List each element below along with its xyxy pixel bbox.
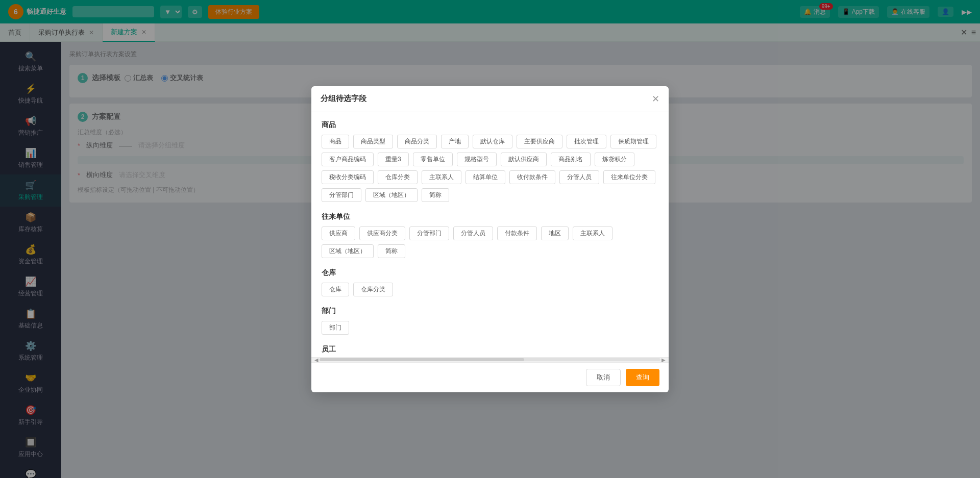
- modal-hscroll[interactable]: ◀ ▶: [311, 357, 669, 362]
- modal-body[interactable]: 商品 商品 商品类型 商品分类 产地 默认仓库 主要供应商 批次管理 保质期管理…: [311, 112, 669, 357]
- field-tag-warehouse-1[interactable]: 仓库: [322, 283, 349, 296]
- field-tag-goods-15[interactable]: 炼货积分: [595, 153, 634, 166]
- field-tag-warehouse-2[interactable]: 仓库分类: [353, 283, 393, 296]
- field-tags-warehouse: 仓库 仓库分类: [322, 283, 658, 296]
- field-tag-goods-17[interactable]: 仓库分类: [378, 170, 418, 184]
- field-tag-goods-12[interactable]: 规格型号: [457, 153, 497, 166]
- field-tag-goods-10[interactable]: 重量3: [378, 153, 409, 166]
- field-tag-goods-14[interactable]: 商品别名: [551, 153, 591, 166]
- field-tag-goods-7[interactable]: 批次管理: [567, 135, 606, 148]
- field-tag-goods-16[interactable]: 税收分类编码: [322, 170, 374, 184]
- modal-footer: 取消 查询: [311, 362, 669, 392]
- field-tag-goods-19[interactable]: 结算单位: [465, 170, 505, 184]
- field-group-goods-title: 商品: [322, 120, 658, 130]
- field-tag-department-1[interactable]: 部门: [322, 321, 349, 335]
- field-tags-partner: 供应商 供应商分类 分管部门 分管人员 付款条件 地区 主联系人 区域（地区） …: [322, 227, 658, 258]
- field-tag-goods-13[interactable]: 默认供应商: [501, 153, 547, 166]
- field-tag-partner-1[interactable]: 供应商: [322, 227, 355, 240]
- field-group-employee-title: 员工: [322, 345, 658, 354]
- field-tag-partner-7[interactable]: 主联系人: [573, 227, 612, 240]
- field-tag-goods-23[interactable]: 分管部门: [322, 188, 361, 202]
- field-group-employee: 员工 业务员: [322, 345, 658, 357]
- modal-title: 分组待选字段: [321, 94, 366, 104]
- field-tag-goods-18[interactable]: 主联系人: [422, 170, 461, 184]
- field-tag-partner-2[interactable]: 供应商分类: [359, 227, 405, 240]
- modal-close-button[interactable]: ✕: [652, 93, 659, 105]
- field-tag-goods-1[interactable]: 商品: [322, 135, 349, 148]
- field-select-modal: 分组待选字段 ✕ 商品 商品 商品类型 商品分类 产地 默认仓库 主要供应商 批…: [311, 86, 669, 392]
- cancel-button[interactable]: 取消: [586, 369, 621, 386]
- field-group-partner-title: 往来单位: [322, 212, 658, 221]
- field-tag-goods-9[interactable]: 客户商品编码: [322, 153, 374, 166]
- field-tag-partner-6[interactable]: 地区: [541, 227, 569, 240]
- field-tag-goods-21[interactable]: 分管人员: [559, 170, 599, 184]
- field-tag-partner-5[interactable]: 付款条件: [497, 227, 537, 240]
- hscroll-track: [320, 358, 660, 361]
- field-tags-goods: 商品 商品类型 商品分类 产地 默认仓库 主要供应商 批次管理 保质期管理 客户…: [322, 135, 658, 202]
- field-group-warehouse: 仓库 仓库 仓库分类: [322, 268, 658, 296]
- field-tag-goods-24[interactable]: 区域（地区）: [365, 188, 418, 202]
- modal-overlay: 分组待选字段 ✕ 商品 商品 商品类型 商品分类 产地 默认仓库 主要供应商 批…: [0, 0, 980, 478]
- field-tag-partner-9[interactable]: 简称: [378, 244, 405, 258]
- field-tag-partner-8[interactable]: 区域（地区）: [322, 244, 374, 258]
- field-tag-goods-4[interactable]: 产地: [441, 135, 469, 148]
- modal-header: 分组待选字段 ✕: [311, 86, 669, 112]
- field-group-department-title: 部门: [322, 307, 658, 316]
- confirm-button[interactable]: 查询: [626, 369, 659, 386]
- field-tag-goods-22[interactable]: 往来单位分类: [603, 170, 655, 184]
- field-tag-partner-4[interactable]: 分管人员: [453, 227, 493, 240]
- field-group-department: 部门 部门: [322, 307, 658, 335]
- field-tag-goods-6[interactable]: 主要供应商: [517, 135, 562, 148]
- field-group-partner: 往来单位 供应商 供应商分类 分管部门 分管人员 付款条件 地区 主联系人 区域…: [322, 212, 658, 258]
- field-tag-goods-3[interactable]: 商品分类: [397, 135, 437, 148]
- field-tag-partner-3[interactable]: 分管部门: [409, 227, 449, 240]
- field-tags-department: 部门: [322, 321, 658, 335]
- field-group-goods: 商品 商品 商品类型 商品分类 产地 默认仓库 主要供应商 批次管理 保质期管理…: [322, 120, 658, 202]
- field-group-warehouse-title: 仓库: [322, 268, 658, 278]
- hscroll-thumb: [320, 358, 524, 361]
- field-tag-goods-11[interactable]: 零售单位: [413, 153, 453, 166]
- field-tag-goods-5[interactable]: 默认仓库: [473, 135, 512, 148]
- field-tag-goods-25[interactable]: 简称: [422, 188, 449, 202]
- field-tag-goods-2[interactable]: 商品类型: [353, 135, 393, 148]
- field-tag-goods-20[interactable]: 收付款条件: [509, 170, 555, 184]
- field-tag-goods-8[interactable]: 保质期管理: [610, 135, 656, 148]
